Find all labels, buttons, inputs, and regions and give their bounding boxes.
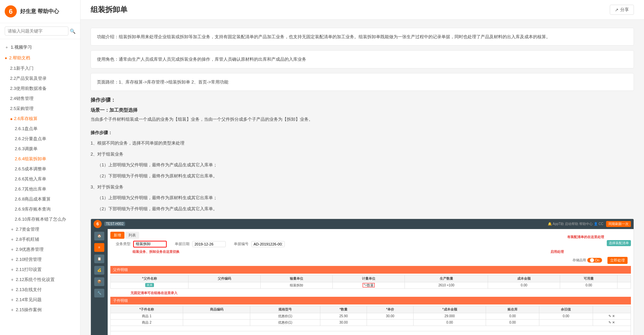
choose-clearinglist-btn[interactable]: 选择装配清单 [607,240,631,246]
lower-table-row-1: 商品 1 优惠价(1) 25.90 30.00 29.000 0.00 0.00… [111,313,631,319]
sidebar-item-sales[interactable]: 2.4销售管理 [0,94,80,104]
form-input-date[interactable] [192,241,226,247]
sidebar-item-label: 2.8手机旺辅 [16,236,39,242]
annotation-type-area: 组装业务、拆卸业务在这里切换 启用处理 [130,249,631,257]
screenshot-main-form: 新增 列表 业务类型 单据日期 单据编号 有装配清单的在这里 [108,229,634,335]
logo-text: 好生意 帮助中心 [20,8,59,15]
path-intro-text: 页面路径：1、库存核算->库存管理->组装拆卸单 2、首页->常用功能 [97,79,228,85]
expand-icon: ＋ [10,307,14,313]
qty-input[interactable]: *+数量 [363,283,375,287]
upper-table-header-col2: 父件编码 [189,275,261,282]
sidebar-item-cases[interactable]: ＋ 2.15操作案例 [0,305,80,315]
nav-icon-4: 💰 [94,266,104,275]
upper-table-label: 父件明细 [110,266,631,274]
sidebar-item-stockerror[interactable]: 2.6.10库存账本错了怎么办 [0,214,80,224]
upper-table-row: 米米 组装拆卸 *+数量 2610 +100 0.00 0.00 [111,282,631,288]
sidebar-item-onlinepay[interactable]: ＋ 2.13在线支付 [0,285,80,295]
search-input[interactable] [5,26,68,36]
sidebar-item-label: 2.6.5成本调整单 [15,166,46,172]
refresh-button[interactable]: 同期刷新一次 [606,221,631,227]
annotation-lower: 无固定清单可在组格在这里录入 [110,291,631,297]
screenshot-body: 🏠 ≡ 📋 💰 📦 🔧 新增 列表 [91,229,634,335]
sidebar-item-mobile[interactable]: ＋ 2.8手机旺辅 [0,234,80,244]
sidebar-item-label: 2.11打印设置 [16,267,42,273]
annotation-switch: 组装业务、拆卸业务在这里切换 [132,249,179,254]
sidebar-item-data[interactable]: 2.3使用前数据准备 [0,83,80,94]
form-label-type: 业务类型 [110,241,130,246]
form-label-order: 单据编号 [228,241,249,246]
upper-table: *父件名称 父件编码 输量单位 计量单位 生产数量 成本金额 可用量 [110,275,631,289]
lower-table-row-3 [111,326,631,331]
expand-icon: ＋ [10,267,14,273]
sidebar-item-adjust[interactable]: 2.6.3调拨单 [0,144,80,154]
sidebar-item-goodscost[interactable]: 2.6.8商品成本重算 [0,194,80,204]
sidebar-item-splitcount[interactable]: 2.6.2分量盘点单 [0,134,80,144]
sidebar-item-print[interactable]: ＋ 2.11打印设置 [0,265,80,275]
nav-icon-3: 📋 [94,255,104,263]
collapse-icon: ● [5,56,7,60]
form-input-type[interactable] [133,241,167,247]
form-input-order[interactable] [251,241,285,247]
scene1-step2-sub2: （2）下部明细为子件明细，最终作为原材料生成其它出库单。 [91,172,634,180]
sidebar: 6 好生意 帮助中心 🔍 ＋ 1.视频学习 ● 2.帮助文档 2.1新手入门 2… [0,0,80,335]
confirm-btn[interactable]: 立即处理 [607,257,628,264]
sidebar-item-customize[interactable]: ＋ 2.12系统个性化设置 [0,275,80,285]
sidebar-item-inventory[interactable]: ● 2.6库存核算 [0,114,80,124]
tab-list[interactable]: 列表 [125,232,139,239]
tab-new[interactable]: 新增 [110,232,124,239]
lower-row1-col5: 30.00 [367,313,414,319]
search-button[interactable]: 🔍 [70,29,75,34]
lower-row1-col8: 0.00 [539,313,593,319]
sidebar-item-label: 2.6.6其他入库单 [15,176,46,182]
upper-table-header-col1: *父件名称 [111,275,189,282]
lower-header-col2: 商品编码 [183,306,250,313]
sidebar-item-stockcheck[interactable]: 2.6.9库存账本查询 [0,204,80,214]
sidebar-item-label: 2.2产品安装及登录 [10,75,47,81]
sidebar-item-label: 2.6库存核算 [14,116,38,122]
sidebar-item-faq[interactable]: ＋ 2.14常见问题 [0,295,80,305]
screenshot-subtabs: 新增 列表 [110,232,631,239]
main-content: 组装拆卸单 ↗ 分享 功能介绍：组装拆卸单用来处理企业组装或拆卸等加工业务，支持… [80,0,644,335]
annotation-manual-entry: 无固定清单可在组格在这里录入 [130,291,177,295]
lower-header-col9 [593,306,631,313]
empty-row [111,331,631,335]
share-icon: ↗ [615,7,619,12]
lower-header-col8: 余旧值 [539,306,593,313]
upper-col5: 2610 +100 [405,282,488,288]
form-row-1: 业务类型 单据日期 单据编号 有装配清单的在这里处理 选择装配清单 [110,241,631,247]
lower-row1-col3: 优惠价(1) [250,313,320,319]
sidebar-item-biz[interactable]: ＋ 2.10经营管理 [0,255,80,265]
sidebar-item-assembly[interactable]: 2.6.4组装拆卸单 [0,154,80,164]
sidebar-item-label: 2.3使用前数据准备 [10,86,47,92]
role-intro-text: 使用角色：通常由生产人员或库管人员完成拆装业务的操作，库管人员确认原材料的出库和… [97,57,306,62]
lower-row2-col6: 0.00 [414,319,486,326]
sidebar-item-coupon[interactable]: ＋ 2.9优惠券管理 [0,244,80,255]
lower-row2-col1: 商品 2 [111,319,183,326]
sidebar-item-otheroutstock[interactable]: 2.6.7其他出库单 [0,184,80,194]
sidebar-item-label: 2.6.1盘点单 [15,126,38,132]
sidebar-item-finance[interactable]: ＋ 2.7资金管理 [0,224,80,234]
sidebar-item-label: 2.13在线支付 [16,287,42,293]
upper-table-header-col4: 计量单位 [333,275,405,282]
empty-row [111,326,631,331]
sidebar-item-label: 2.7资金管理 [16,226,39,232]
expand-icon: ＋ [10,277,14,283]
sidebar-item-newbie[interactable]: 2.1新手入门 [0,63,80,73]
sidebar-item-otherinstock[interactable]: 2.6.6其他入库单 [0,174,80,184]
expand-icon: ＋ [10,226,14,232]
search-box[interactable]: 🔍 [0,23,80,39]
toggle-switch[interactable]: On [587,258,602,263]
sidebar-item-docs[interactable]: ● 2.帮助文档 [0,53,80,63]
sidebar-item-install[interactable]: 2.2产品安装及登录 [0,73,80,83]
sidebar-item-costadj[interactable]: 2.6.5成本调整单 [0,164,80,174]
lower-table: *子件名称 商品编码 规格型号 *数量 *单价 *成本金额 账在库 余旧值 [110,306,631,335]
sidebar-item-video[interactable]: ＋ 1.视频学习 [0,42,80,53]
sidebar-item-purchase[interactable]: 2.5采购管理 [0,104,80,114]
lower-header-col7: 账在库 [486,306,539,313]
share-button[interactable]: ↗ 分享 [610,5,634,15]
sidebar-item-stockcount[interactable]: 2.6.1盘点单 [0,124,80,134]
upper-col2 [189,282,261,288]
lower-row1-col6: 29.000 [414,313,486,319]
lower-row1-col7: 0.00 [486,313,539,319]
lower-row2-col2 [183,319,250,326]
